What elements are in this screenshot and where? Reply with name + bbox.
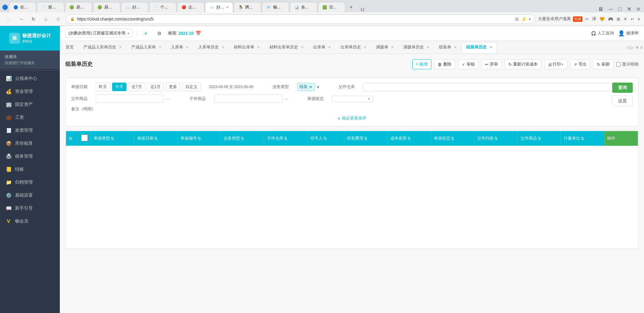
- date-btn-today[interactable]: 今天: [112, 83, 126, 91]
- sidebar-bookmark[interactable]: 收藏夹 快捷键打开收藏夹: [0, 51, 60, 69]
- close-tab-2[interactable]: ✕: [159, 45, 161, 49]
- sidebar-item-guide[interactable]: 📖 新手引导: [0, 202, 60, 215]
- filter-setting-button[interactable]: 设置: [612, 96, 633, 106]
- window-minimize[interactable]: ─: [609, 6, 613, 12]
- menu-icon[interactable]: ≡: [638, 17, 640, 22]
- window-close[interactable]: ✕: [627, 6, 631, 12]
- nav-tab-material-outbound[interactable]: 材料出库单 ✕: [229, 42, 264, 53]
- window-maximize[interactable]: □: [618, 6, 621, 12]
- select-all-checkbox[interactable]: [81, 134, 88, 141]
- back-button[interactable]: ←: [4, 14, 14, 24]
- nav-tab-assembly[interactable]: 组装单 ✕: [434, 42, 461, 53]
- abandon-button[interactable]: ↩ 弃审: [481, 59, 502, 69]
- sort-number[interactable]: 单据编号 ⇅: [180, 136, 218, 141]
- date-btn-1month[interactable]: 近1月: [147, 83, 164, 91]
- close-tab-3[interactable]: ✕: [186, 45, 189, 49]
- home-button[interactable]: ⌂: [41, 14, 51, 24]
- parent-warehouse-input[interactable]: [363, 83, 627, 91]
- browser-tab-4[interactable]: 🟢 易...: [93, 2, 120, 12]
- browser-tab-7[interactable]: 🔴 企...: [177, 2, 204, 12]
- close-tab-6[interactable]: ✕: [301, 45, 304, 49]
- export-button[interactable]: ↗ 导出: [570, 59, 590, 69]
- sort-business[interactable]: 业务类型 ⇅: [224, 136, 261, 141]
- sidebar-item-reports[interactable]: 📊 云报表中心: [0, 72, 60, 85]
- sort-type[interactable]: 单据类型 ⇅: [94, 136, 131, 141]
- browser-tab-9[interactable]: 🐧 腾...: [234, 2, 261, 12]
- company-selector[interactable]: (勿删勿禁用) 江西服宝测试专用 ▾: [65, 29, 132, 38]
- sort-cost-diff[interactable]: 成本差异 ⇅: [390, 136, 428, 141]
- sort-unit[interactable]: 计量单位 ⇅: [564, 136, 601, 141]
- sidebar-item-fixed-assets[interactable]: 🏢 固定资产: [0, 98, 60, 111]
- tab-prev-icon[interactable]: ◁: [627, 45, 630, 50]
- window-menu[interactable]: ≡: [637, 6, 640, 12]
- bookmark-button[interactable]: ☆: [53, 14, 63, 24]
- tab-next-icon[interactable]: ▷: [631, 45, 634, 50]
- th-settings[interactable]: ⚙: [66, 131, 78, 146]
- close-tab-9[interactable]: ✕: [391, 45, 394, 49]
- business-type-dropdown-icon[interactable]: ▾: [317, 84, 319, 90]
- table-gear-icon[interactable]: ⚙: [69, 136, 72, 141]
- tab-close-all-icon[interactable]: ✕: [635, 45, 639, 50]
- sort-parent-list[interactable]: 父件列表 ⇅: [477, 136, 515, 141]
- print-button[interactable]: 🖨 打印 ▾: [544, 59, 567, 69]
- nav-tab-inbound-history[interactable]: 入库单历史 ✕: [194, 42, 229, 53]
- sidebar-item-salary[interactable]: 💼 工资: [0, 111, 60, 124]
- nav-tab-inbound[interactable]: 入库单 ✕: [166, 42, 193, 53]
- nav-tab-transfer-history[interactable]: 调拨单历史 ✕: [399, 42, 434, 53]
- sort-status[interactable]: 单据状态 ⇅: [434, 136, 471, 141]
- sidebar-item-invoice[interactable]: 🧾 发票管理: [0, 124, 60, 137]
- child-goods-input[interactable]: [214, 95, 282, 103]
- browser-tab-5[interactable]: ☁️ 好...: [121, 2, 148, 12]
- sort-handler[interactable]: 经手人 ⇅: [310, 136, 341, 141]
- collapse-button[interactable]: ∧ 收起更多条件: [71, 115, 633, 121]
- bill-status-dropdown[interactable]: ▾: [332, 96, 373, 102]
- sort-child-warehouse[interactable]: 子件仓库 ⇅: [267, 136, 305, 141]
- recalculate-button[interactable]: ↻ 重新计算成本: [505, 59, 541, 69]
- tab-close-icon[interactable]: ✕: [226, 5, 229, 9]
- sidebar-item-inventory[interactable]: 📦 库存核算: [0, 137, 60, 150]
- date-btn-yesterday[interactable]: 昨天: [96, 83, 110, 91]
- forward-button[interactable]: →: [16, 14, 26, 24]
- tab-more-icon[interactable]: ≡: [640, 45, 643, 50]
- url-dropdown-icon[interactable]: ▾: [529, 17, 531, 22]
- sidebar-item-tax[interactable]: 🖨️ 税务管理: [0, 150, 60, 163]
- query-button[interactable]: 查询: [612, 83, 633, 93]
- close-tab-10[interactable]: ✕: [427, 45, 429, 49]
- nav-tab-assembly-history[interactable]: 组装单历史 ✕: [462, 42, 497, 53]
- show-details-checkbox[interactable]: [616, 62, 621, 67]
- business-type-tag-close[interactable]: ✕: [309, 85, 312, 89]
- calendar-icon[interactable]: 📅: [196, 31, 201, 36]
- add-company-btn[interactable]: +: [141, 29, 150, 38]
- refresh-button-toolbar[interactable]: ↻ 刷新: [593, 59, 614, 69]
- date-btn-custom[interactable]: 自定义: [182, 83, 201, 91]
- close-tab-4[interactable]: ✕: [222, 45, 224, 49]
- child-goods-ellipsis[interactable]: ···: [284, 96, 289, 101]
- browser-tab-8[interactable]: ☁️ 好... ✕: [205, 2, 233, 12]
- browser-tab-3[interactable]: 🟢 易...: [65, 2, 92, 12]
- nav-tab-material-outbound-history[interactable]: 材料出库单历史 ✕: [265, 42, 308, 53]
- sidebar-item-settings[interactable]: ⚙️ 基础设置: [0, 189, 60, 202]
- sidebar-item-settle[interactable]: 📒 结账: [0, 163, 60, 176]
- close-tab-11[interactable]: ✕: [454, 45, 457, 49]
- browser-tab-11[interactable]: 📊 各...: [290, 2, 317, 12]
- browser-tab-10[interactable]: 📧 畅...: [262, 2, 289, 12]
- sort-date[interactable]: 单据日期 ⇅: [137, 136, 175, 141]
- close-tab-1[interactable]: ✕: [119, 45, 122, 49]
- close-tab-12[interactable]: ✕: [489, 45, 492, 49]
- user-button[interactable]: 👤 徐泽华: [618, 30, 639, 37]
- nav-tab-outbound[interactable]: 出库单 ✕: [309, 42, 335, 53]
- date-btn-7days[interactable]: 近7天: [129, 83, 145, 91]
- date-btn-more[interactable]: 更多: [166, 83, 180, 91]
- sidebar-item-archive[interactable]: 📁 归档管理: [0, 176, 60, 189]
- nav-tab-outbound-history[interactable]: 出库单历史 ✕: [336, 42, 371, 53]
- help-button[interactable]: 🎧 人工咨询: [591, 30, 614, 36]
- browser-tab-2[interactable]: 📄 新...: [37, 2, 64, 12]
- url-bar[interactable]: 🔒 https://cloud.chanjet.com/accounting/u…: [66, 14, 535, 24]
- nav-tab-product-inbound[interactable]: 产成品入库单 ✕: [127, 42, 166, 53]
- sort-disassembly-cost[interactable]: 拆装费用 ⇅: [347, 136, 385, 141]
- add-button[interactable]: + 新增: [412, 59, 431, 69]
- sidebar-item-vip[interactable]: V 畅会员: [0, 215, 60, 228]
- audit-button[interactable]: ✓ 审核: [458, 59, 479, 69]
- sidebar-item-funds[interactable]: 💰 资金管理: [0, 85, 60, 98]
- browser-tab-6[interactable]: 📄 个...: [149, 2, 176, 12]
